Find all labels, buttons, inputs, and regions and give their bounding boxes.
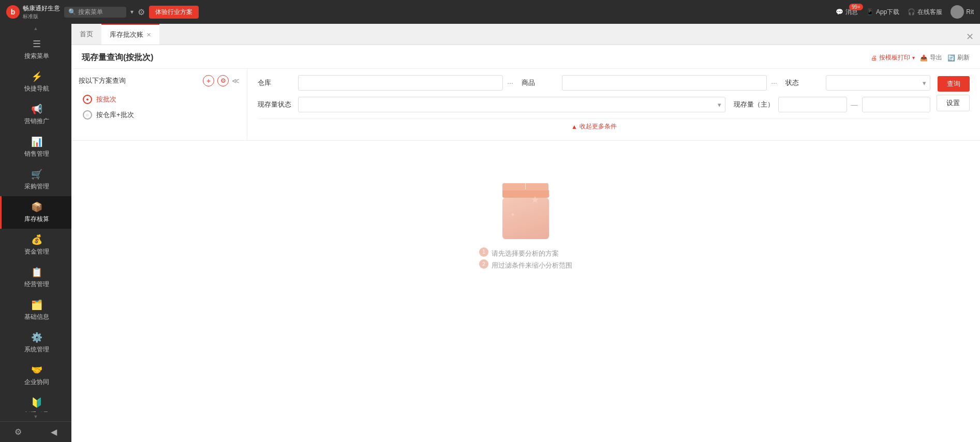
marketing-icon: 📢 [31,104,42,115]
finance-icon: 💰 [31,234,42,245]
sidebar-scroll-up[interactable]: ▲ [0,24,71,33]
page-title: 现存量查询(按批次) [82,52,154,63]
sidebar-item-basic[interactable]: 🗂️ 基础信息 [0,294,71,327]
sidebar-settings-button[interactable]: ⚙ [14,427,22,437]
sidebar-footer: ⚙ ◀ [0,421,71,442]
inventory-status-field: 现存量状态 [258,97,725,112]
status-select[interactable] [826,75,930,91]
inventory-icon: 📦 [31,201,42,213]
scheme-title: 按以下方案查询 [79,76,126,85]
settings-gear-button[interactable]: ⚙ [138,7,145,17]
warehouse-field: 仓库 ··· [258,75,513,91]
top-bar-right: 💬 消息 99+ 📱 App下载 🎧 在线客服 Rit [836,5,974,19]
search-bar[interactable]: 🔍 搜索菜单 [64,7,126,18]
dropdown-button[interactable]: ▾ [130,8,133,16]
status-select-wrapper [826,75,930,91]
logo-area: b 畅康通好生意 标准版 [6,4,60,20]
settings-config-button[interactable]: 设置 [937,95,970,111]
sidebar-item-inventory[interactable]: 📦 库存核算 [0,196,71,229]
collapse-more-button[interactable]: ▲ 收起更多条件 [258,119,930,134]
empty-hints: 1 请先选择要分析的方案 2 用过滤条件来缩小分析范围 [479,247,572,272]
scheme-collapse-button[interactable]: ≪ [232,75,240,86]
experience-button[interactable]: 体验行业方案 [149,6,199,19]
sidebar-item-guide[interactable]: 🔰 新手引导 [0,392,71,412]
sidebar-item-purchase[interactable]: 🛒 采购管理 [0,164,71,196]
filter-row-1: 仓库 ··· 商品 ··· 状态 [258,75,930,91]
page-content: 现存量查询(按批次) 🖨 按模板打印 ▾ 📤 导出 🔄 刷新 [71,45,980,442]
tab-home[interactable]: 首页 [71,24,101,44]
sidebar-item-operations[interactable]: 📋 经营管理 [0,261,71,294]
sidebar-scroll-down[interactable]: ▼ [0,412,71,421]
online-service-button[interactable]: 🎧 在线客服 [908,8,942,17]
empty-hint-1: 1 请先选择要分析的方案 [479,247,572,259]
filter-row-2: 现存量状态 现存量（主） [258,97,930,112]
query-button[interactable]: 查询 [938,76,970,92]
refresh-button[interactable]: 🔄 刷新 [947,53,970,62]
product-input[interactable] [562,75,767,91]
sidebar-item-enterprise[interactable]: 🤝 企业协同 [0,359,71,392]
avatar [951,5,964,19]
scheme-warehouse-batch-label: 按仓库+批次 [96,110,134,120]
scheme-settings-button[interactable]: ⚙ [217,75,229,86]
inventory-qty-max-input[interactable] [862,97,931,112]
product-label: 商品 [522,78,558,87]
sidebar-item-search[interactable]: ☰ 搜索菜单 [0,33,71,66]
messages-button[interactable]: 💬 消息 99+ [836,8,858,17]
app-download-button[interactable]: 📱 App下载 [866,8,899,17]
refresh-icon: 🔄 [947,54,955,62]
main-layout: ▲ ☰ 搜索菜单 ⚡ 快捷导航 📢 营销推广 📊 销售管理 🛒 采购管理 [0,24,980,442]
basic-icon: 🗂️ [31,299,42,311]
filter-action-col: 查询 设置 [937,75,970,111]
product-field: 商品 ··· [522,75,777,91]
enterprise-icon: 🤝 [31,364,42,376]
warehouse-input[interactable] [298,75,503,91]
scheme-item-warehouse-batch[interactable]: ○ 按仓库+批次 [79,107,240,123]
page-header-actions: 🖨 按模板打印 ▾ 📤 导出 🔄 刷新 [871,53,970,62]
sidebar-item-shortcuts[interactable]: ⚡ 快捷导航 [0,66,71,98]
product-more-button[interactable]: ··· [771,79,777,87]
sidebar-scroll: ☰ 搜索菜单 ⚡ 快捷导航 📢 营销推广 📊 销售管理 🛒 采购管理 📦 库 [0,33,71,412]
phone-icon: 📱 [866,8,874,16]
tab-close-icon[interactable]: ✕ [146,32,151,38]
sidebar-item-marketing[interactable]: 📢 营销推广 [0,98,71,131]
inventory-status-select-wrapper [298,97,725,112]
empty-hint-2: 2 用过滤条件来缩小分析范围 [479,259,572,271]
sales-icon: 📊 [31,136,42,148]
warehouse-label: 仓库 [258,78,294,87]
panel-close-button[interactable]: ✕ [966,31,974,42]
filter-scheme-actions: + ⚙ ≪ [203,75,240,86]
inventory-qty-min-input[interactable] [778,97,847,112]
messages-badge: 99+ [849,4,863,10]
sidebar: ▲ ☰ 搜索菜单 ⚡ 快捷导航 📢 营销推广 📊 销售管理 🛒 采购管理 [0,24,71,442]
page-header: 现存量查询(按批次) 🖨 按模板打印 ▾ 📤 导出 🔄 刷新 [71,45,980,69]
scheme-active-icon: ● [83,95,92,104]
search-placeholder: 搜索菜单 [78,8,103,17]
user-name: Rit [966,8,974,16]
print-button[interactable]: 🖨 按模板打印 ▾ [871,53,915,62]
filter-scheme-header: 按以下方案查询 + ⚙ ≪ [79,75,240,86]
print-dropdown-icon: ▾ [912,55,915,61]
shortcuts-icon: ⚡ [31,71,42,82]
top-bar: b 畅康通好生意 标准版 🔍 搜索菜单 ▾ ⚙ 体验行业方案 💬 消息 99+ … [0,0,980,24]
empty-hint-1-text: 请先选择要分析的方案 [492,247,559,259]
search-icon: 🔍 [68,8,76,16]
company-name: 畅康通好生意 [23,4,60,13]
inventory-status-select[interactable] [298,97,725,112]
export-button[interactable]: 📤 导出 [920,53,942,62]
empty-illustration: ★ ✦ [489,172,562,239]
user-avatar-button[interactable]: Rit [951,5,974,19]
filter-right-panel: 仓库 ··· 商品 ··· 状态 [247,69,980,140]
headset-icon: 🎧 [908,8,915,16]
content-area: 首页 库存批次账 ✕ ✕ 现存量查询(按批次) 🖨 按模板打印 ▾ [71,24,980,442]
filter-area: 按以下方案查询 + ⚙ ≪ ● 按批次 ○ 按仓库+批次 [71,69,980,141]
sidebar-item-finance[interactable]: 💰 资金管理 [0,229,71,261]
scheme-batch-label: 按批次 [96,95,116,104]
inventory-status-label: 现存量状态 [258,100,294,109]
sidebar-item-system[interactable]: ⚙️ 系统管理 [0,327,71,359]
sidebar-item-sales[interactable]: 📊 销售管理 [0,131,71,164]
tab-inventory-batch[interactable]: 库存批次账 ✕ [101,24,159,45]
sidebar-collapse-button[interactable]: ◀ [51,427,57,437]
warehouse-more-button[interactable]: ··· [507,79,513,87]
scheme-item-batch[interactable]: ● 按批次 [79,92,240,107]
scheme-add-button[interactable]: + [203,75,214,86]
